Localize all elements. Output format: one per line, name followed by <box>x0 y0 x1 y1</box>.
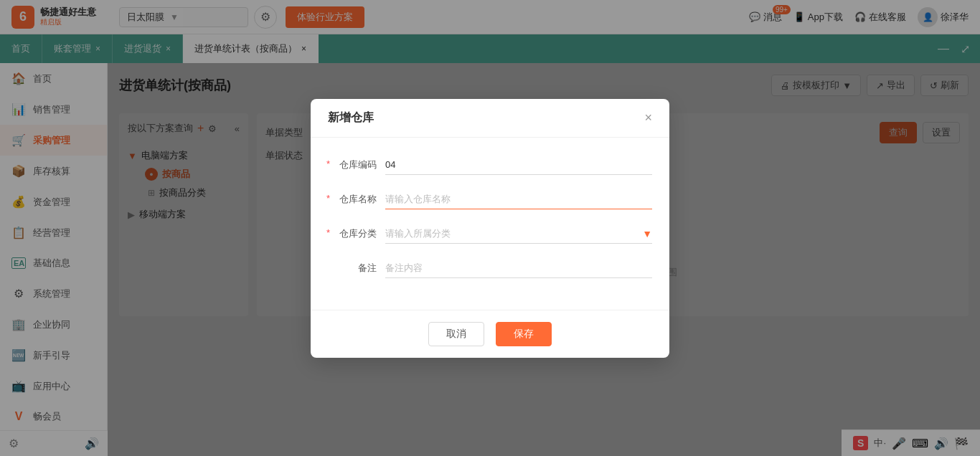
remarks-label: 备注 <box>328 262 385 275</box>
warehouse-name-row: 仓库名称 <box>328 189 652 209</box>
warehouse-code-row: 仓库编码 <box>328 155 652 175</box>
save-button[interactable]: 保存 <box>496 322 552 346</box>
warehouse-category-label: 仓库分类 <box>328 227 385 240</box>
modal-title: 新增仓库 <box>328 110 374 125</box>
modal-close-button[interactable]: × <box>644 110 652 125</box>
warehouse-modal: 新增仓库 × 仓库编码 仓库名称 仓库分类 请输入所属分类 ▼ <box>311 99 669 358</box>
warehouse-category-row: 仓库分类 请输入所属分类 ▼ <box>328 224 652 244</box>
modal-footer: 取消 保存 <box>311 310 669 358</box>
warehouse-category-wrapper: 请输入所属分类 ▼ <box>385 224 652 244</box>
warehouse-code-input[interactable] <box>385 155 652 175</box>
modal-header: 新增仓库 × <box>311 99 669 138</box>
warehouse-code-label: 仓库编码 <box>328 158 385 171</box>
warehouse-name-input[interactable] <box>385 189 652 209</box>
warehouse-category-select[interactable]: 请输入所属分类 <box>385 224 652 244</box>
remarks-input[interactable] <box>385 258 652 278</box>
modal-overlay: 新增仓库 × 仓库编码 仓库名称 仓库分类 请输入所属分类 ▼ <box>0 0 980 456</box>
cancel-button[interactable]: 取消 <box>428 322 484 346</box>
remarks-row: 备注 <box>328 258 652 278</box>
warehouse-name-label: 仓库名称 <box>328 193 385 206</box>
modal-body: 仓库编码 仓库名称 仓库分类 请输入所属分类 ▼ 备注 <box>311 138 669 310</box>
